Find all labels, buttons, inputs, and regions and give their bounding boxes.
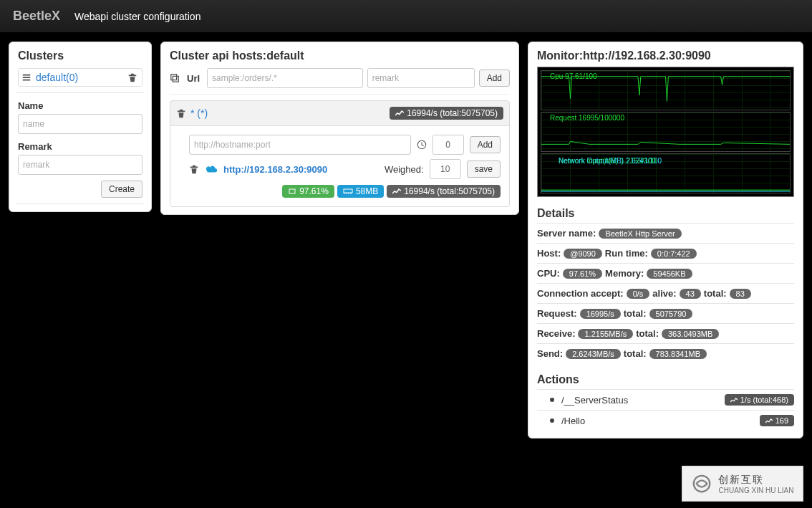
url-remark-input[interactable] xyxy=(367,68,475,88)
chart-icon xyxy=(392,188,401,195)
detail-connections: Connection accept:0/s alive:43 total:83 xyxy=(537,283,794,303)
detail-request: Request:16995/s total:5075790 xyxy=(537,303,794,323)
action-stat-pill: 1/s (total:468) xyxy=(725,394,794,406)
list-icon xyxy=(21,72,33,82)
add-url-button[interactable]: Add xyxy=(479,70,510,87)
monitor-title: Monitor:http://192.168.2.30:9090 xyxy=(537,49,794,62)
brand: BeetleX xyxy=(13,9,60,24)
actions-heading: Actions xyxy=(537,373,794,386)
group-pattern: * (*) xyxy=(190,107,208,119)
monitor-panel: Monitor:http://192.168.2.30:9090 Cpu 97.… xyxy=(528,42,803,438)
svg-rect-4 xyxy=(344,189,352,193)
memory-icon xyxy=(343,188,353,195)
topbar: BeetleX Webapi cluster configuration xyxy=(0,0,812,33)
cluster-link[interactable]: default(0) xyxy=(33,72,127,83)
add-host-button[interactable]: Add xyxy=(470,136,501,153)
memory-pill: 58MB xyxy=(337,185,384,198)
name-label: Name xyxy=(18,100,142,111)
copy-icon[interactable] xyxy=(170,73,183,83)
chart-icon xyxy=(395,110,404,117)
cpu-chart: Cpu 97.61/100 xyxy=(541,70,791,110)
action-name: /__ServerStatus xyxy=(561,395,725,406)
remark-label: Remark xyxy=(18,141,142,152)
detail-cpu-mem: CPU:97.61% Memory:59456KB xyxy=(537,263,794,283)
detail-send: Send:2.6243MB/s total:783.8341MB xyxy=(537,343,794,363)
network-chart: Network Input(MB) 1.2155/100 Network Out… xyxy=(541,153,791,193)
host-link[interactable]: http://192.168.2.30:9090 xyxy=(223,164,327,175)
action-row: /Hello 169 xyxy=(537,410,794,431)
name-input[interactable] xyxy=(18,114,142,134)
remark-input[interactable] xyxy=(18,155,142,175)
clock-icon xyxy=(417,140,427,150)
detail-servername: Server name:BeetleX Http Server xyxy=(537,223,794,243)
url-input[interactable] xyxy=(207,68,363,88)
host-input[interactable] xyxy=(189,135,411,155)
timeout-input[interactable] xyxy=(432,135,464,155)
group-stats-pill: 16994/s (total:5075705) xyxy=(390,107,503,120)
trash-icon[interactable] xyxy=(127,72,139,82)
hosts-panel: Cluster api hosts:default Url Add * (*) … xyxy=(160,42,519,215)
cpu-pill: 97.61% xyxy=(282,185,334,198)
create-button[interactable]: Create xyxy=(101,181,142,198)
action-row: /__ServerStatus 1/s (total:468) xyxy=(537,389,794,410)
action-stat-pill: 169 xyxy=(760,415,794,426)
cpu-icon xyxy=(288,188,296,195)
weight-input[interactable] xyxy=(430,159,461,179)
monitor-charts: Cpu 97.61/100 Request 16995/100000 Netwo… xyxy=(537,67,794,197)
svg-rect-3 xyxy=(289,189,295,193)
request-chart: Request 16995/100000 xyxy=(541,112,791,152)
chart-icon xyxy=(730,397,738,403)
hosts-heading: Cluster api hosts:default xyxy=(170,49,510,62)
url-group: * (*) 16994/s (total:5075705) Add xyxy=(170,100,510,207)
svg-rect-0 xyxy=(171,75,177,80)
trash-icon[interactable] xyxy=(189,164,199,174)
page-title: Webapi cluster configuration xyxy=(74,11,200,22)
save-button[interactable]: save xyxy=(467,160,501,178)
bullet-icon xyxy=(550,418,554,423)
cluster-item[interactable]: default(0) xyxy=(18,68,142,87)
detail-receive: Receive:1.2155MB/s total:363.0493MB xyxy=(537,323,794,343)
svg-rect-1 xyxy=(173,76,178,82)
cloud-icon xyxy=(205,164,218,174)
url-label: Url xyxy=(187,73,200,84)
trash-icon[interactable] xyxy=(176,108,186,118)
clusters-panel: Clusters default(0) Name Remark Create xyxy=(9,42,152,212)
chart-icon xyxy=(765,418,773,424)
detail-host: Host:@9090 Run time:0:0:7:422 xyxy=(537,243,794,263)
clusters-heading: Clusters xyxy=(18,49,142,62)
bullet-icon xyxy=(550,398,554,402)
details-heading: Details xyxy=(537,207,794,220)
host-stats-pill: 16994/s (total:5075705) xyxy=(387,185,501,198)
weighed-label: Weighed: xyxy=(385,164,424,175)
action-name: /Hello xyxy=(561,416,760,426)
